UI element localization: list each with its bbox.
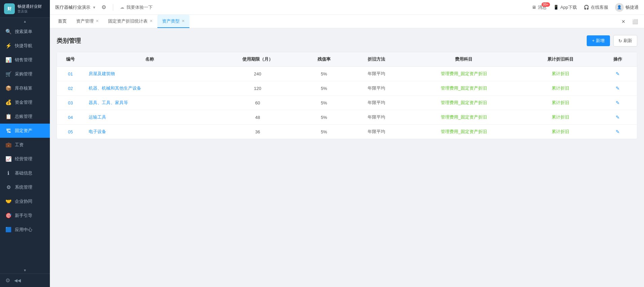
table-row: 02 机器、机械和其他生产设备 120 5% 年限平均 管理费用_固定资产折旧 … bbox=[57, 81, 637, 96]
guide-icon: 🎯 bbox=[5, 213, 11, 219]
tab-fixed-asset-table[interactable]: 固定资产折旧统计表 ✕ bbox=[103, 15, 157, 28]
sidebar-bottom: ⚙ ◀◀ bbox=[0, 274, 50, 287]
cell-action[interactable]: ✎ bbox=[599, 67, 637, 81]
new-button[interactable]: + 新增 bbox=[587, 35, 610, 46]
sidebar-item-label-quick-nav: 快捷导航 bbox=[15, 43, 32, 49]
sidebar-item-fixed-assets[interactable]: 🏗固定资产 bbox=[0, 124, 50, 138]
cell-id: 03 bbox=[57, 96, 84, 110]
sidebar-item-inventory[interactable]: 📦库存核算 bbox=[0, 81, 50, 95]
tab-asset-type-close[interactable]: ✕ bbox=[182, 19, 185, 23]
cell-action[interactable]: ✎ bbox=[599, 81, 637, 96]
search-icon: 🔍 bbox=[5, 29, 11, 35]
settings-icon[interactable]: ⚙ bbox=[5, 277, 10, 284]
topbar-divider bbox=[113, 4, 113, 11]
collab-icon: 🤝 bbox=[5, 198, 11, 204]
refresh-button[interactable]: ↻ 刷新 bbox=[613, 35, 637, 46]
sidebar-item-apps[interactable]: 🟦应用中心 bbox=[0, 223, 50, 237]
page-header: 类别管理 + 新增 ↻ 刷新 bbox=[57, 35, 637, 46]
tab-expand-action[interactable]: ⬜ bbox=[631, 17, 639, 26]
sidebar-item-label-guide: 新手引导 bbox=[15, 213, 32, 219]
cell-name: 器具、工具、家具等 bbox=[84, 96, 215, 110]
sidebar-item-purchase[interactable]: 🛒采购管理 bbox=[0, 67, 50, 81]
sidebar-item-sales[interactable]: 📊销售管理 bbox=[0, 53, 50, 67]
payroll-icon: 💼 bbox=[5, 142, 11, 148]
cell-action[interactable]: ✎ bbox=[599, 125, 637, 139]
sidebar-item-label-fixed-assets: 固定资产 bbox=[15, 128, 32, 134]
tab-fixed-asset-table-close[interactable]: ✕ bbox=[150, 19, 153, 23]
cell-accum: 累计折旧 bbox=[523, 110, 598, 125]
cell-period: 120 bbox=[215, 81, 300, 96]
tab-actions: ✕ ⬜ bbox=[619, 15, 641, 28]
refresh-label: 刷新 bbox=[623, 38, 632, 44]
cell-name: 机器、机械和其他生产设备 bbox=[84, 81, 215, 96]
sidebar-item-quick-nav[interactable]: ⚡快捷导航 bbox=[0, 39, 50, 53]
apps-icon: 🟦 bbox=[5, 227, 11, 233]
messages-badge: 99+ bbox=[542, 2, 550, 7]
sidebar-item-label-purchase: 采购管理 bbox=[15, 71, 32, 77]
username: 畅捷通 bbox=[625, 4, 639, 10]
cell-residual: 5% bbox=[300, 125, 348, 139]
tab-home[interactable]: 首页 bbox=[53, 15, 71, 28]
cell-id: 01 bbox=[57, 67, 84, 81]
industry-label: 医疗器械行业演示 bbox=[55, 4, 90, 10]
cell-id: 05 bbox=[57, 125, 84, 139]
trial-label: 我要体验一下 bbox=[126, 4, 153, 10]
system-icon: ⚙ bbox=[5, 184, 11, 190]
sidebar-scroll-up[interactable]: ▲ bbox=[0, 18, 50, 25]
sidebar-item-operations[interactable]: 📈经营管理 bbox=[0, 152, 50, 166]
sidebar-nav: 🔍搜索菜单⚡快捷导航📊销售管理🛒采购管理📦库存核算💰资金管理📋总账管理🏗固定资产… bbox=[0, 25, 50, 267]
sidebar-item-funds[interactable]: 💰资金管理 bbox=[0, 95, 50, 109]
sidebar-scroll-down[interactable]: ▼ bbox=[0, 267, 50, 274]
table-body: 01 房屋及建筑物 240 5% 年限平均 管理费用_固定资产折旧 累计折旧 ✎… bbox=[57, 67, 637, 139]
sidebar-item-search[interactable]: 🔍搜索菜单 bbox=[0, 25, 50, 39]
tab-asset-type[interactable]: 资产类型 ✕ bbox=[157, 15, 189, 28]
messages-button[interactable]: 🖥 消息 99+ bbox=[532, 4, 547, 10]
tab-asset-mgmt-close[interactable]: ✕ bbox=[96, 19, 99, 23]
sidebar-item-system[interactable]: ⚙系统管理 bbox=[0, 180, 50, 194]
tab-asset-mgmt[interactable]: 资产管理 ✕ bbox=[71, 15, 103, 28]
table-row: 01 房屋及建筑物 240 5% 年限平均 管理费用_固定资产折旧 累计折旧 ✎ bbox=[57, 67, 637, 81]
trial-button[interactable]: ☁ 我要体验一下 bbox=[120, 4, 153, 10]
cell-method: 年限平均 bbox=[348, 96, 405, 110]
quick-nav-icon: ⚡ bbox=[5, 43, 11, 49]
cell-expense: 管理费用_固定资产折旧 bbox=[405, 81, 523, 96]
cell-id: 04 bbox=[57, 110, 84, 125]
app-download-button[interactable]: 📱 App下载 bbox=[553, 4, 577, 10]
tab-close-action[interactable]: ✕ bbox=[619, 17, 628, 26]
col-accum: 累计折旧科目 bbox=[523, 52, 598, 67]
logo-icon: 财 bbox=[4, 3, 15, 14]
collapse-icon[interactable]: ◀◀ bbox=[14, 278, 21, 283]
app-logo: 财 畅捷通好业财 普及版 bbox=[0, 0, 50, 18]
table-header: 编号 名称 使用期限（月） 残值率 折旧方法 费用科目 累计折旧科目 操作 bbox=[57, 52, 637, 67]
sidebar-item-collab[interactable]: 🤝企业协同 bbox=[0, 194, 50, 209]
cell-action[interactable]: ✎ bbox=[599, 96, 637, 110]
tab-asset-mgmt-label: 资产管理 bbox=[76, 18, 94, 24]
header-actions: + 新增 ↻ 刷新 bbox=[587, 35, 637, 46]
sidebar-item-label-sales: 销售管理 bbox=[15, 57, 32, 63]
sidebar-item-payroll[interactable]: 💼工资 bbox=[0, 138, 50, 152]
page-title: 类别管理 bbox=[57, 37, 81, 45]
cell-period: 240 bbox=[215, 67, 300, 81]
headset-icon: 🎧 bbox=[584, 5, 589, 10]
cell-action[interactable]: ✎ bbox=[599, 110, 637, 125]
industry-arrow-icon: ▼ bbox=[92, 5, 96, 9]
sidebar-item-label-system: 系统管理 bbox=[15, 184, 32, 190]
sidebar-item-label-apps: 应用中心 bbox=[15, 227, 32, 233]
sidebar-item-label-ledger: 总账管理 bbox=[15, 114, 32, 120]
cell-period: 60 bbox=[215, 96, 300, 110]
industry-selector[interactable]: 医疗器械行业演示 ▼ bbox=[55, 4, 96, 10]
online-service-button[interactable]: 🎧 在线客服 bbox=[584, 4, 608, 10]
sidebar: 财 畅捷通好业财 普及版 ▲ 🔍搜索菜单⚡快捷导航📊销售管理🛒采购管理📦库存核算… bbox=[0, 0, 50, 287]
table-row: 03 器具、工具、家具等 60 5% 年限平均 管理费用_固定资产折旧 累计折旧… bbox=[57, 96, 637, 110]
sidebar-item-ledger[interactable]: 📋总账管理 bbox=[0, 109, 50, 124]
cell-name: 电子设备 bbox=[84, 125, 215, 139]
page-content: 类别管理 + 新增 ↻ 刷新 编号 名称 使用期限（月） 残值率 折旧方法 bbox=[50, 28, 644, 287]
cell-method: 年限平均 bbox=[348, 81, 405, 96]
sidebar-item-label-search: 搜索菜单 bbox=[15, 29, 32, 35]
sidebar-item-basic-info[interactable]: ℹ基础信息 bbox=[0, 166, 50, 180]
sidebar-item-guide[interactable]: 🎯新手引导 bbox=[0, 209, 50, 223]
topbar-gear-icon[interactable]: ⚙ bbox=[101, 4, 106, 10]
sidebar-item-label-inventory: 库存核算 bbox=[15, 85, 32, 91]
tab-asset-type-label: 资产类型 bbox=[162, 18, 180, 24]
user-menu[interactable]: 👤 畅捷通 bbox=[615, 3, 639, 12]
